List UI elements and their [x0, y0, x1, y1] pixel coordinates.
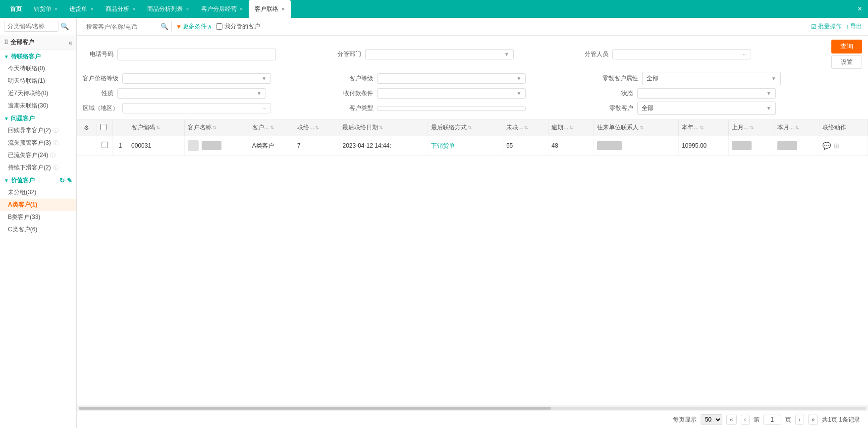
my-customers-checkbox[interactable] [216, 23, 222, 30]
sidebar-item-overdue[interactable]: 逾期未联络(30) [0, 100, 76, 112]
th-name[interactable]: 客户名称⇅ [184, 119, 249, 136]
sidebar-search-input[interactable] [4, 21, 58, 32]
nav-tab-purchase[interactable]: 进货单 × [63, 0, 99, 18]
th-customer-type[interactable]: 客户...⇅ [249, 119, 294, 136]
close-sales-icon[interactable]: × [54, 6, 57, 12]
select-all-checkbox[interactable] [100, 124, 107, 130]
th-no-contact[interactable]: 未联...⇅ [503, 119, 548, 136]
first-page-button[interactable]: « [726, 415, 737, 425]
th-contact[interactable]: 联络...⇅ [294, 119, 339, 136]
close-customer-segment-icon[interactable]: × [240, 6, 243, 12]
search-icon[interactable]: 🔍 [161, 23, 168, 30]
filter-person-select[interactable]: ··· [612, 49, 751, 59]
sidebar-item-tomorrow[interactable]: 明天待联络(1) [0, 75, 76, 87]
th-last-contact-method[interactable]: 最后联络方式⇅ [428, 119, 503, 136]
setting-button[interactable]: 设置 [831, 55, 862, 69]
filter-retail-attr-select[interactable]: 全部 ▼ [642, 72, 781, 85]
filter-phone-input[interactable] [117, 49, 276, 60]
filter-price-grade-select[interactable]: ▼ [122, 73, 271, 84]
row-checkbox[interactable] [102, 142, 108, 148]
nav-tab-customer-segment[interactable]: 客户分层经营 × [195, 0, 249, 18]
search-input[interactable] [86, 23, 161, 30]
filter-person-label: 分管人员 [578, 50, 612, 58]
info-icon-3: ⓘ [50, 152, 55, 159]
sidebar-search-icon[interactable]: 🔍 [60, 22, 69, 30]
close-goods-analysis-list-icon[interactable]: × [186, 6, 189, 12]
scroll-track[interactable] [79, 407, 866, 410]
nav-tab-goods-analysis[interactable]: 商品分析 × [100, 0, 141, 18]
sidebar-item-type-b[interactable]: B类客户(33) [0, 211, 76, 223]
next-page-button[interactable]: › [795, 415, 804, 425]
per-page-select[interactable]: 50 [701, 414, 722, 425]
filter-retail-customer-select[interactable]: 全部 ▼ [637, 102, 776, 115]
chat-icon[interactable]: 💬 [822, 142, 831, 150]
th-this-month[interactable]: 本月...⇅ [774, 119, 819, 136]
th-name-label: 客户名称 [188, 124, 212, 131]
sidebar-item-unsorted[interactable]: 未分组(32) [0, 186, 76, 199]
edit-icon[interactable]: ✎ [67, 177, 72, 184]
td-last-contact-method[interactable]: 下销货单 [428, 136, 503, 156]
query-button[interactable]: 查询 [831, 40, 862, 54]
td-checkbox[interactable] [97, 136, 112, 156]
filter-status-select[interactable]: ▼ [637, 88, 776, 99]
table-container: ⚙ 客户编码⇅ 客户名称⇅ 客户...⇅ 联络...⇅ 最后联络日期⇅ 最后联络… [77, 119, 868, 405]
prev-page-button[interactable]: ‹ [741, 415, 750, 425]
sidebar-group-value[interactable]: ▼ 价值客户 ↻ ✎ [0, 174, 76, 186]
th-action: 联络动作 [819, 119, 868, 136]
page-input[interactable] [763, 415, 781, 425]
my-customers-checkbox-label[interactable]: 我分管的客户 [216, 22, 260, 31]
sidebar-group-problem[interactable]: ▼ 问题客户 [0, 112, 76, 124]
th-last-contact-date[interactable]: 最后联络日期⇅ [339, 119, 428, 136]
sidebar-item-type-a[interactable]: A类客户(1) [0, 199, 76, 211]
th-checkbox[interactable] [97, 119, 112, 136]
sidebar-item-lost-predicted[interactable]: 流失预警客户(3) ⓘ [0, 137, 76, 149]
share-icon[interactable]: ⊞ [834, 142, 840, 150]
sidebar-item-repeat-abnormal[interactable]: 回购异常客户(2) ⓘ [0, 124, 76, 137]
filter-dept-select[interactable]: ▼ [365, 49, 514, 59]
nav-tab-sales[interactable]: 销货单 × [28, 0, 63, 18]
th-company-contact[interactable]: 往来单位联系人⇅ [594, 119, 679, 136]
filter-customer-grade-select[interactable]: ▼ [377, 73, 526, 84]
th-code[interactable]: 客户编码⇅ [128, 119, 185, 136]
all-customers-header[interactable]: ⠿ 全部客户 « [0, 35, 76, 50]
refresh-icon[interactable]: ↻ [59, 177, 65, 184]
th-gear[interactable]: ⚙ [77, 119, 97, 136]
sidebar-group-pending[interactable]: ▼ 待联络客户 [0, 50, 76, 62]
batch-op-button[interactable]: ☑ 批量操作 [811, 22, 842, 31]
last-page-button[interactable]: » [808, 415, 818, 425]
sort-arrows-type: ⇅ [270, 125, 274, 130]
filter-payment-select[interactable]: ▼ [377, 88, 526, 99]
close-all-icon[interactable]: × [858, 4, 862, 13]
close-purchase-icon[interactable]: × [90, 6, 93, 12]
filter-region-select[interactable]: ··· [122, 103, 271, 113]
collapse-sidebar-icon[interactable]: « [68, 39, 72, 47]
horizontal-scrollbar[interactable] [77, 405, 868, 411]
filter-customer-type-select[interactable] [377, 106, 526, 111]
more-conditions-btn[interactable]: ▼ 更多条件 ∧ [176, 22, 212, 31]
th-this-year[interactable]: 本年...⇅ [679, 119, 729, 136]
close-customer-contact-icon[interactable]: × [281, 6, 284, 12]
nav-tab-customer-contact[interactable]: 客户联络 × [249, 0, 290, 18]
sidebar-item-lost-predicted-label: 流失预警客户(3) [8, 139, 51, 147]
sidebar-item-near7[interactable]: 近7天待联络(0) [0, 87, 76, 100]
sidebar-item-lost[interactable]: 已流失客户(24) ⓘ [0, 149, 76, 161]
sort-arrows-date: ⇅ [379, 125, 383, 130]
th-last-contact-method-label: 最后联络方式 [431, 124, 467, 131]
nav-tab-home[interactable]: 首页 [4, 0, 28, 18]
sidebar-search-row: 🔍 [0, 18, 76, 35]
nav-tab-goods-analysis-list[interactable]: 商品分析列表 × [141, 0, 195, 18]
scroll-thumb[interactable] [79, 407, 551, 410]
th-last-month[interactable]: 上月...⇅ [729, 119, 774, 136]
filter-panel: 电话号码 分管部门 ▼ 分管人员 ··· [77, 36, 868, 119]
close-goods-analysis-icon[interactable]: × [132, 6, 135, 12]
sidebar-item-continuous-down[interactable]: 持续下滑客户(2) ⓘ [0, 161, 76, 174]
th-overdue[interactable]: 逾期...⇅ [548, 119, 594, 136]
filter-price-grade-label: 客户价格等级 [83, 74, 122, 83]
export-button[interactable]: ↑ 导出 [846, 22, 862, 31]
filter-nature-select[interactable]: ▼ [117, 88, 266, 99]
sidebar-item-type-c[interactable]: C类客户(6) [0, 223, 76, 236]
more-conditions-label: 更多条件 [183, 22, 207, 31]
sidebar-item-today[interactable]: 今天待联络(0) [0, 62, 76, 75]
last-contact-method-link[interactable]: 下销货单 [431, 142, 455, 149]
sort-arrows-company: ⇅ [640, 125, 644, 130]
